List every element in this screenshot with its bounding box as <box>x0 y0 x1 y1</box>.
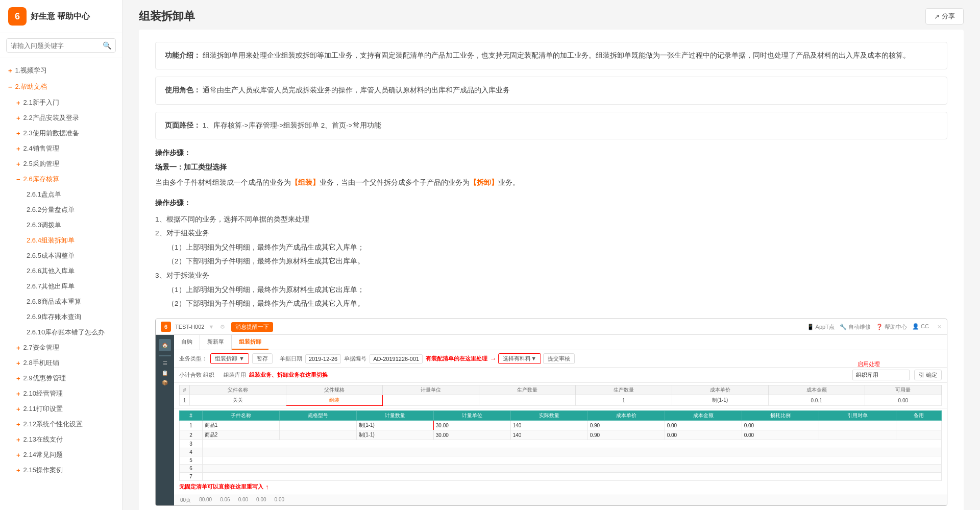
step-3-1: （1）上部明细为父件明细，最终作为原材料生成其它出库单； <box>155 283 947 297</box>
sidebar-item-212[interactable]: + 2.12系统个性化设置 <box>0 417 122 432</box>
app-save-btn[interactable]: 暂存 <box>252 353 273 364</box>
app-side-icon1[interactable]: ☰ <box>163 360 167 366</box>
sidebar-item-label: 2.帮助文档 <box>15 82 47 91</box>
logo-area: 6 好生意 帮助中心 <box>0 0 122 33</box>
assemble-link: 【组装】 <box>291 179 320 186</box>
disassemble-link: 【拆卸】 <box>470 179 498 186</box>
sidebar-item-21[interactable]: + 2.1新手入门 <box>0 95 122 110</box>
sidebar-item-27[interactable]: + 2.7资金管理 <box>0 340 122 355</box>
sidebar-item-label: 2.1新手入门 <box>23 98 59 107</box>
sidebar-item-269[interactable]: 2.6.9库存账本查询 <box>0 309 122 325</box>
sidebar-item-label: 2.6库存核算 <box>23 175 59 184</box>
parent-table: # 父件名称 父件规格 计量单位 生产数量 生产数量 成本单价 成本金额 可用量 <box>179 385 942 406</box>
sidebar-item-262[interactable]: 2.6.2分量盘点单 <box>0 202 122 217</box>
sidebar-item-266[interactable]: 2.6.6其他入库单 <box>0 263 122 279</box>
plus-icon: + <box>16 114 20 122</box>
app-footer-page: 00页 <box>180 497 191 504</box>
app-type-select[interactable]: 组装拆卸 ▼ <box>210 353 249 364</box>
sidebar-item-label: 2.2产品安装及登录 <box>23 113 79 123</box>
app-date-input[interactable]: 2019-12-26 <box>305 354 341 363</box>
sidebar-item-22[interactable]: + 2.2产品安装及登录 <box>0 110 122 126</box>
app-side-icon3[interactable]: 📦 <box>162 380 168 385</box>
col-actual-qty: 生产数量 <box>575 385 672 395</box>
app-submit-btn[interactable]: 提交审核 <box>543 353 575 364</box>
app-tab-2[interactable]: 新新單 <box>200 335 232 350</box>
info-block-role: 使用角色： 通常由生产人员或库管人员完成拆装业务的操作，库管人员确认原材料的出库… <box>155 77 947 104</box>
plus-icon: + <box>16 145 20 153</box>
share-button[interactable]: ↗ 分享 <box>925 8 964 25</box>
sidebar-item-video[interactable]: + 1.视频学习 <box>0 62 122 79</box>
search-icon[interactable]: 🔍 <box>103 41 111 50</box>
app-message-btn[interactable]: 消息提醒一下 <box>231 322 273 332</box>
app-tab-3[interactable]: 组装折卸 <box>232 335 268 350</box>
sidebar-item-label: 1.视频学习 <box>15 66 47 75</box>
info-block-intro: 功能介绍： 组装拆卸单用来处理企业组装或拆卸等加工业务，支持有固定装配清单的产品… <box>155 42 947 69</box>
plus-icon: + <box>16 390 20 398</box>
scenario1-desc: 当由多个子件材料组装成一个成品的业务为【组装】业务，当由一个父件拆分成多个子产品… <box>155 176 947 189</box>
col-seq: # <box>180 385 190 395</box>
role-text: 通常由生产人员或库管人员完成拆装业务的操作，库管人员确认原材料的出库和产成品的入… <box>203 86 510 94</box>
plus-icon: + <box>16 436 20 444</box>
main-content: 组装拆卸单 ↗ 分享 功能介绍： 组装拆卸单用来处理企业组装或拆卸等加工业务，支… <box>122 0 980 510</box>
sidebar-item-label: 2.15操作案例 <box>23 466 63 475</box>
col-plan-qty: 生产数量 <box>479 385 575 395</box>
sidebar-item-214[interactable]: + 2.14常见问题 <box>0 447 122 463</box>
app-logo: 6 <box>161 322 171 332</box>
plus-icon: + <box>16 421 20 428</box>
sidebar-item-2610[interactable]: 2.6.10库存账本错了怎么办 <box>0 325 122 340</box>
app-tabs: 自购 新新單 组装折卸 <box>174 335 947 350</box>
share-icon: ↗ <box>934 13 940 20</box>
scenario1-title: 场景一：加工类型选择 <box>155 163 947 172</box>
app-side-icons: 🏠 ☰ 📋 📦 <box>156 335 174 505</box>
sidebar-item-213[interactable]: + 2.13在线支付 <box>0 432 122 447</box>
app-tab-1[interactable]: 自购 <box>174 335 200 350</box>
main-header: 组装拆卸单 ↗ 分享 <box>122 0 980 30</box>
app-body: 🏠 ☰ 📋 📦 自购 新新單 组装折卸 <box>156 335 947 505</box>
screenshot-container: 6 TEST-H002 ▼ ⚙ 消息提醒一下 📱 AppT点 🔧 自动维修 ❓ … <box>155 319 947 506</box>
sidebar-item-23[interactable]: + 2.3使用前数据准备 <box>0 126 122 141</box>
sidebar-item-25[interactable]: + 2.5采购管理 <box>0 156 122 172</box>
sidebar-item-211[interactable]: + 2.11打印设置 <box>0 401 122 417</box>
sidebar-item-label: 2.6.8商品成本重算 <box>27 297 81 306</box>
minus-icon: − <box>16 176 20 183</box>
sidebar-item-28[interactable]: + 2.8手机旺铺 <box>0 355 122 371</box>
sidebar-item-label: 2.4销售管理 <box>23 144 59 153</box>
sidebar-item-210[interactable]: + 2.10经营管理 <box>0 386 122 401</box>
app-close-icon[interactable]: ✕ <box>937 324 942 330</box>
sidebar-item-267[interactable]: 2.6.7其他出库单 <box>0 279 122 294</box>
app-confirm-btn[interactable]: 引 确定 <box>914 370 942 380</box>
annotation-area-3: 组织库用 启用处理 引 确定 <box>852 370 942 380</box>
sidebar-item-24[interactable]: + 2.4销售管理 <box>0 141 122 156</box>
sidebar-item-26[interactable]: − 2.6库存核算 <box>0 172 122 187</box>
plus-icon: + <box>16 405 20 413</box>
sidebar-item-label: 2.6.10库存账本错了怎么办 <box>27 328 105 337</box>
app-toolbar2: 小计合数 组织 组装库用 组装业务、拆卸业务在这里切换 组织库用 启用处理 引 … <box>174 368 947 383</box>
sidebar-item-label: 2.6.7其他出库单 <box>27 282 75 291</box>
app-side-icon2[interactable]: 📋 <box>162 370 168 376</box>
info-block-path: 页面路径： 1、库存核算->库存管理->组装拆卸单 2、首页->常用功能 <box>155 112 947 139</box>
annotation-area-1: 有装配清单的在这里处理 → 选择有料料▼ 提交审核 <box>426 353 575 364</box>
search-input[interactable] <box>11 42 103 50</box>
app-side-home[interactable]: 🏠 <box>159 339 171 351</box>
nav-area: + 1.视频学习 − 2.帮助文档 + 2.1新手入门 + 2.2产品安装及登录… <box>0 58 122 510</box>
content-area: 功能介绍： 组装拆卸单用来处理企业组装或拆卸等加工业务，支持有固定装配清单的产品… <box>139 30 964 510</box>
sidebar-item-264[interactable]: 2.6.4组装拆卸单 <box>0 233 122 248</box>
step-1: 1、根据不同的业务，选择不同单据的类型来处理 <box>155 213 947 226</box>
col-cost-price: 成本单价 <box>672 385 768 395</box>
sidebar-item-263[interactable]: 2.6.3调拨单 <box>0 217 122 233</box>
search-box[interactable]: 🔍 <box>6 38 116 53</box>
path-text: 1、库存核算->库存管理->组装拆卸单 2、首页->常用功能 <box>203 122 381 129</box>
sidebar-item-label: 2.6.5成本调整单 <box>27 251 75 260</box>
sidebar-item-261[interactable]: 2.6.1盘点单 <box>0 187 122 202</box>
app-tab-actions <box>939 335 947 350</box>
app-warehouse-input[interactable]: 组织库用 <box>852 370 910 380</box>
sidebar-item-29[interactable]: + 2.9优惠券管理 <box>0 371 122 386</box>
app-num-input[interactable]: AD-20191226-001 <box>370 354 423 363</box>
sidebar-item-215[interactable]: + 2.15操作案例 <box>0 463 122 478</box>
sidebar-item-268[interactable]: 2.6.8商品成本重算 <box>0 294 122 309</box>
app-select-btn[interactable]: 选择有料料▼ <box>498 353 541 364</box>
annotation-text-4: 无固定清单可以直接在这里重写入 <box>179 483 263 491</box>
sidebar-item-265[interactable]: 2.6.5成本调整单 <box>0 248 122 263</box>
sidebar-item-docs[interactable]: − 2.帮助文档 <box>0 79 122 95</box>
col-parent-name: 父件名称 <box>190 385 286 395</box>
